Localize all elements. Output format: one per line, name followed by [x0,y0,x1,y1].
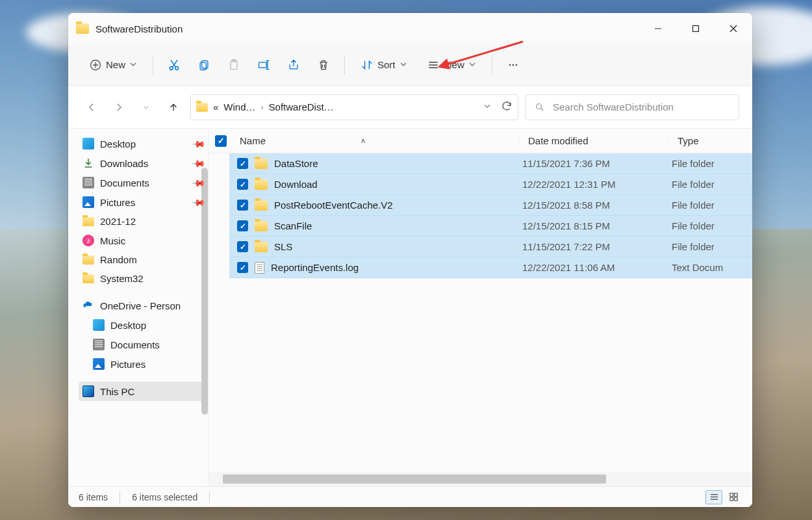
sidebar-item[interactable]: Random [79,250,208,269]
folder-icon [76,23,89,34]
sidebar-item[interactable]: Desktop📌 [79,134,208,153]
sidebar-item[interactable]: 2021-12 [79,212,208,231]
row-checkbox[interactable] [237,241,248,252]
file-row[interactable]: ReportingEvents.log12/22/2021 11:06 AMTe… [229,257,752,278]
chevron-right-icon: › [261,103,264,112]
folder-icon [255,159,268,169]
plus-circle-icon [89,58,102,72]
sidebar-item[interactable]: Pictures📌 [79,192,208,212]
svg-rect-36 [734,497,737,500]
new-button[interactable]: New [81,53,145,77]
svg-point-28 [537,103,542,109]
sidebar-item[interactable]: System32 [79,269,208,288]
row-checkbox[interactable] [237,200,248,211]
file-row[interactable]: Download12/22/2021 12:31 PMFile folder [229,174,752,195]
sidebar-item-label: Documents [100,177,149,188]
onedrive-icon [82,300,94,311]
column-header-name[interactable]: Name∧ [235,135,518,146]
file-row[interactable]: SLS11/15/2021 7:22 PMFile folder [229,237,752,257]
file-row[interactable]: PostRebootEventCache.V212/15/2021 8:58 P… [229,195,752,216]
view-icon [427,58,440,72]
sidebar-item[interactable]: Pictures [79,354,208,374]
details-view-toggle[interactable] [705,490,722,504]
file-date: 12/15/2021 8:58 PM [518,200,668,211]
share-button[interactable] [281,53,307,77]
row-checkbox[interactable] [237,179,248,190]
sort-asc-icon: ∧ [361,136,366,145]
close-button[interactable] [715,13,752,44]
breadcrumb-current[interactable]: SoftwareDist… [269,101,334,112]
file-name: ReportingEvents.log [271,262,518,273]
delete-button[interactable] [311,53,336,77]
view-button[interactable]: View [419,53,484,77]
cut-icon [168,58,181,72]
sidebar-item[interactable]: Desktop [79,315,208,335]
search-icon [535,102,545,112]
sidebar-icon [93,358,105,370]
breadcrumb-parent[interactable]: Wind… [223,101,255,112]
file-type: File folder [668,179,752,190]
file-row[interactable]: ScanFile12/15/2021 8:15 PMFile folder [229,216,752,237]
file-type: File folder [668,158,752,169]
sidebar-this-pc[interactable]: This PC [79,382,208,401]
svg-rect-33 [730,493,733,497]
file-date: 11/15/2021 7:36 PM [518,158,668,169]
address-dropdown[interactable] [483,101,492,112]
chevron-down-icon [129,59,137,70]
column-header-type[interactable]: Type [668,135,752,146]
folder-icon [255,200,268,211]
folder-icon [196,103,208,112]
sidebar-onedrive[interactable]: OneDrive - Person [79,296,208,315]
sidebar-item[interactable]: Documents [79,335,208,354]
file-row[interactable]: DataStore11/15/2021 7:36 PMFile folder [229,153,752,174]
thumbnails-view-toggle[interactable] [725,490,742,504]
row-checkbox[interactable] [237,262,248,273]
sidebar-item-label: Random [100,254,137,265]
row-checkbox[interactable] [237,220,248,231]
sidebar-icon [82,196,94,208]
monitor-icon [82,385,94,397]
view-button-label: View [444,59,464,70]
sort-button[interactable]: Sort [353,53,415,77]
search-input[interactable]: Search SoftwareDistribution [525,94,739,120]
breadcrumb-overflow[interactable]: « [213,101,218,112]
back-button[interactable] [81,97,102,118]
recent-dropdown[interactable] [136,97,157,118]
forward-button[interactable] [108,97,129,118]
trash-icon [317,58,330,72]
address-bar[interactable]: « Wind… › SoftwareDist… [190,94,518,120]
select-all-checkbox[interactable] [215,135,227,147]
sidebar-item-label: This PC [100,386,134,397]
sidebar-item-label: Pictures [110,359,146,370]
sidebar-item[interactable]: Downloads📌 [79,153,208,173]
paste-button[interactable] [221,53,247,77]
sidebar-icon [82,235,94,246]
more-button[interactable] [500,53,526,77]
toolbar: New Sort View [68,44,752,86]
file-type: File folder [668,220,752,231]
maximize-button[interactable] [677,13,715,44]
sidebar-item[interactable]: Music [79,231,208,250]
up-button[interactable] [163,97,184,118]
file-list-pane: Name∧ Date modified Type DataStore11/15/… [208,129,752,486]
folder-icon [255,179,268,190]
column-header-date[interactable]: Date modified [518,135,668,146]
scrollbar-thumb[interactable] [223,474,606,484]
sidebar-item-label: System32 [100,273,144,284]
cut-button[interactable] [161,53,187,77]
horizontal-scrollbar[interactable] [209,472,752,486]
pin-icon: 📌 [191,136,206,151]
sidebar-icon [82,138,94,150]
svg-rect-12 [202,60,208,68]
rename-button[interactable] [251,53,277,77]
minimize-button[interactable] [639,13,677,44]
refresh-button[interactable] [501,100,513,114]
sidebar-icon [82,177,94,188]
row-checkbox[interactable] [237,158,248,169]
sort-icon [361,58,374,72]
column-headers: Name∧ Date modified Type [209,129,752,153]
navbar: « Wind… › SoftwareDist… Search SoftwareD… [68,86,752,129]
sidebar-item[interactable]: Documents📌 [79,173,208,192]
sidebar-item-label: Desktop [110,320,146,331]
copy-button[interactable] [191,53,217,77]
